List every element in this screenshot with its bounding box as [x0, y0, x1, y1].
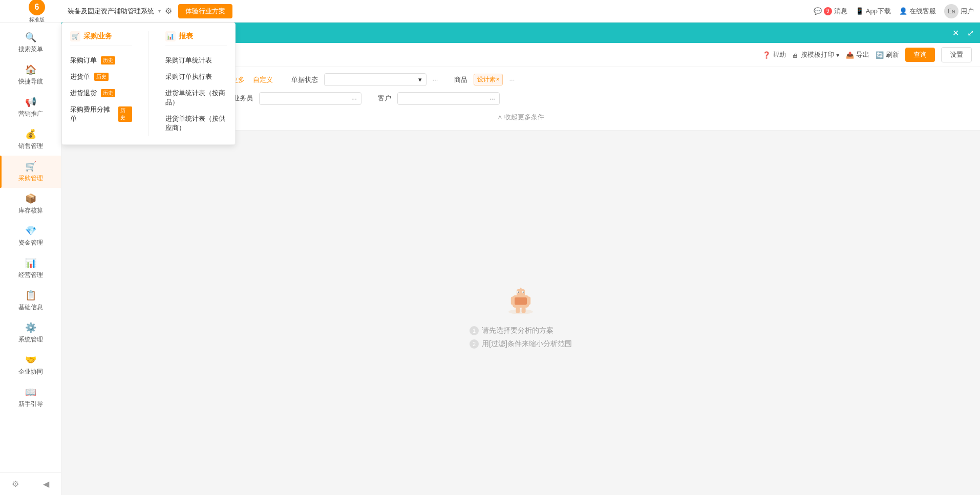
- empty-tips: 1 请先选择要分析的方案 2 用[过滤]条件来缩小分析范围: [470, 326, 572, 349]
- status-select-arrow: ▾: [418, 76, 422, 83]
- customer-dots: ···: [489, 95, 495, 102]
- sidebar-label-operations: 经营管理: [18, 271, 43, 279]
- dropdown-item-report-3[interactable]: 进货单统计表（按商品）: [165, 85, 227, 111]
- sidebar-item-finance[interactable]: 💎 资金管理: [0, 220, 61, 252]
- svg-point-6: [518, 291, 519, 292]
- sidebar-item-operations[interactable]: 📊 经营管理: [0, 252, 61, 285]
- phone-icon: 📱: [856, 7, 864, 15]
- sidebar-item-marketing[interactable]: 📢 营销推广: [0, 91, 61, 123]
- inventory-icon: 📦: [25, 193, 36, 204]
- empty-state: 1 请先选择要分析的方案 2 用[过滤]条件来缩小分析范围: [61, 131, 980, 495]
- app-download-label: App下载: [866, 7, 891, 16]
- message-icon: 💬: [814, 7, 822, 15]
- goods-dots[interactable]: ···: [509, 76, 515, 83]
- tip-text-2: 用[过滤]条件来缩小分析范围: [482, 339, 572, 349]
- help-btn[interactable]: ❓ 帮助: [762, 50, 786, 59]
- report-4-label: 进货单统计表（按供应商）: [165, 114, 227, 133]
- query-btn[interactable]: 查询: [905, 48, 935, 62]
- settings-btn[interactable]: 设置: [941, 47, 972, 62]
- export-icon: 📤: [846, 51, 854, 59]
- sidebar-item-enterprise[interactable]: 🤝 企业协同: [0, 349, 61, 381]
- purchase-col-icon: 🛒: [70, 31, 80, 41]
- user-label: 用户: [961, 7, 974, 16]
- tab-close-window-icon[interactable]: ✕: [950, 28, 961, 38]
- quick-custom-btn[interactable]: 自定义: [251, 74, 275, 85]
- sidebar-bottom: ⚙ ◀: [0, 472, 61, 495]
- sidebar-item-search[interactable]: 🔍 搜索菜单: [0, 27, 61, 59]
- export-label: 导出: [856, 50, 869, 59]
- inbound-label: 进货单: [70, 72, 90, 81]
- system-icon: ⚙️: [25, 322, 36, 333]
- online-service-btn[interactable]: 👤 在线客服: [899, 7, 936, 16]
- user-area[interactable]: Ea 用户: [944, 4, 974, 18]
- refresh-btn[interactable]: 🔄 刷新: [876, 50, 899, 59]
- purchase-icon: 🛒: [25, 161, 36, 172]
- svg-rect-2: [515, 297, 527, 305]
- svg-point-7: [523, 291, 524, 292]
- dropdown-purchase-title: 🛒 采购业务: [70, 31, 132, 46]
- empty-illustration: [500, 277, 541, 318]
- sidebar-item-guide[interactable]: 📖 新手引导: [0, 381, 61, 414]
- status-dots[interactable]: ···: [433, 76, 438, 83]
- customer-select[interactable]: ···: [397, 92, 500, 105]
- sidebar: 🔍 搜索菜单 🏠 快捷导航 📢 营销推广 💰 销售管理 🛒 采购管理 📦 库存核…: [0, 23, 61, 495]
- report-title-text: 报表: [179, 32, 193, 41]
- sidebar-item-purchase[interactable]: 🛒 采购管理: [0, 156, 61, 188]
- operations-icon: 📊: [25, 257, 36, 269]
- guide-icon: 📖: [25, 386, 36, 398]
- goods-label: 商品: [454, 75, 467, 84]
- sidebar-item-system[interactable]: ⚙️ 系统管理: [0, 317, 61, 349]
- dropdown-item-return[interactable]: 进货退货 历史: [70, 85, 132, 101]
- enterprise-icon: 🤝: [25, 354, 36, 365]
- dropdown-item-report-2[interactable]: 采购订单执行表: [165, 69, 227, 85]
- basic-info-icon: 📋: [25, 290, 36, 301]
- app-download-btn[interactable]: 📱 App下载: [856, 7, 891, 16]
- svg-rect-12: [522, 307, 526, 313]
- sidebar-label-enterprise: 企业协同: [18, 368, 43, 376]
- dropdown-item-expense[interactable]: 采购费用分摊单 历史: [70, 101, 132, 127]
- sidebar-label-search: 搜索菜单: [18, 45, 43, 54]
- notifications-label: 消息: [834, 7, 847, 16]
- online-service-label: 在线客服: [909, 7, 936, 16]
- sidebar-label-finance: 资金管理: [18, 239, 43, 247]
- print-btn[interactable]: 🖨 按模板打印 ▾: [792, 50, 840, 59]
- salesperson-label: 业务员: [233, 94, 253, 103]
- dropdown-col-report: 📊 报表 采购订单统计表 采购订单执行表 进货单统计表（按商品） 进货单统计表（…: [165, 31, 227, 136]
- tip-num-2: 2: [470, 339, 479, 349]
- export-btn[interactable]: 📤 导出: [846, 50, 869, 59]
- expense-label: 采购费用分摊单: [70, 105, 114, 123]
- dropdown-menu: 🛒 采购业务 采购订单 历史 进货单 历史 进货退货 历史 采购费用分摊单 历史: [61, 23, 236, 145]
- sidebar-settings-icon[interactable]: ⚙: [12, 479, 19, 489]
- svg-rect-8: [520, 288, 521, 290]
- sys-title-area: 装备及固定资产辅助管理系统 ▾ ⚙ 体验行业方案: [68, 4, 814, 18]
- empty-tip-1: 1 请先选择要分析的方案: [470, 326, 572, 335]
- collapse-icon: ∧: [497, 113, 503, 121]
- report-2-label: 采购订单执行表: [165, 72, 212, 81]
- svg-rect-10: [527, 296, 530, 305]
- gear-icon[interactable]: ⚙: [165, 6, 172, 16]
- sidebar-label-sales: 销售管理: [18, 142, 43, 150]
- status-select[interactable]: ▾: [324, 73, 427, 86]
- salesperson-select[interactable]: ···: [259, 92, 361, 105]
- industry-btn[interactable]: 体验行业方案: [178, 4, 232, 18]
- goods-tag-text: 设计素×: [477, 75, 499, 84]
- topbar: 6 标准版 装备及固定资产辅助管理系统 ▾ ⚙ 体验行业方案 💬 9 消息 📱 …: [0, 0, 980, 23]
- dropdown-item-report-1[interactable]: 采购订单统计表: [165, 52, 227, 69]
- sidebar-item-sales[interactable]: 💰 销售管理: [0, 123, 61, 156]
- sidebar-label-quick-nav: 快捷导航: [18, 77, 43, 86]
- refresh-icon: 🔄: [876, 51, 884, 59]
- empty-tip-2: 2 用[过滤]条件来缩小分析范围: [470, 339, 572, 349]
- svg-rect-11: [516, 307, 520, 313]
- tab-maximize-icon[interactable]: ⤢: [965, 28, 976, 38]
- dropdown-item-report-4[interactable]: 进货单统计表（按供应商）: [165, 111, 227, 136]
- notifications-btn[interactable]: 💬 9 消息: [814, 7, 847, 16]
- dropdown-item-purchase-order[interactable]: 采购订单 历史: [70, 52, 132, 69]
- sales-icon: 💰: [25, 128, 36, 140]
- sys-title-arrow-icon[interactable]: ▾: [158, 8, 161, 14]
- sidebar-item-basic-info[interactable]: 📋 基础信息: [0, 285, 61, 317]
- sidebar-item-quick-nav[interactable]: 🏠 快捷导航: [0, 59, 61, 91]
- dropdown-item-inbound[interactable]: 进货单 历史: [70, 69, 132, 85]
- sidebar-item-inventory[interactable]: 📦 库存核算: [0, 188, 61, 220]
- sys-title-text: 装备及固定资产辅助管理系统: [68, 7, 154, 16]
- sidebar-collapse-icon[interactable]: ◀: [43, 479, 49, 489]
